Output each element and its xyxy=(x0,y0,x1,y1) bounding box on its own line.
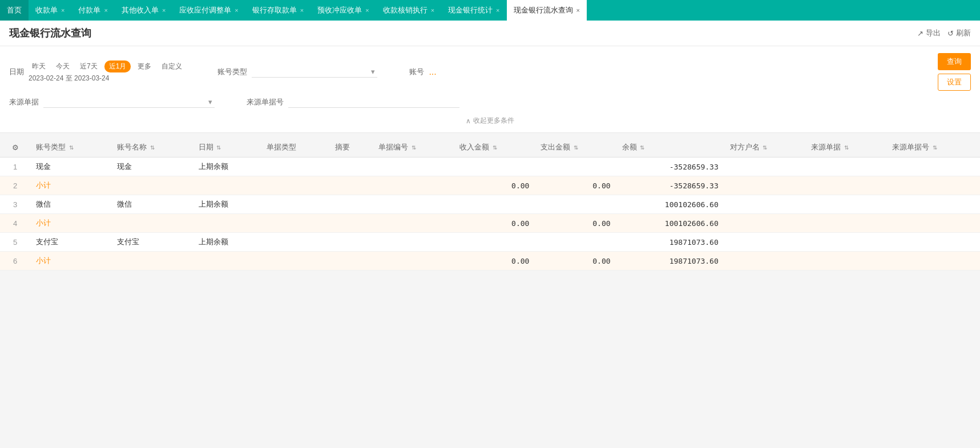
th-source-doc-no[interactable]: 来源单据号 ⇅ xyxy=(886,138,980,158)
nav-home[interactable]: 首页 xyxy=(0,0,29,21)
filter-row-1: 日期 昨天 今天 近7天 近1月 更多 自定义 2023-02-24 至 202… xyxy=(9,53,971,91)
date-btn-custom[interactable]: 自定义 xyxy=(158,60,185,72)
cell-balance: 19871073.60 xyxy=(616,252,724,271)
cell-counterparty xyxy=(724,176,805,195)
close-icon[interactable]: × xyxy=(104,7,107,14)
settings-button[interactable]: 设置 xyxy=(938,74,971,91)
table-container: ⚙ 账号类型 ⇅ 账号名称 ⇅ 日期 ⇅ 单据类型 摘要 单据编号 ⇅ 收入金额… xyxy=(0,138,980,271)
table-row: 1现金现金上期余额-3528659.33 xyxy=(0,158,980,176)
cell-balance: 100102606.60 xyxy=(616,195,724,214)
nav-tab-shoukuan[interactable]: 收款单 × xyxy=(29,0,71,21)
source-doc-no-input[interactable] xyxy=(288,96,459,108)
nav-tab-collection[interactable]: 收款核销执行 × xyxy=(376,0,441,21)
date-btn-more[interactable]: 更多 xyxy=(134,60,155,72)
page-header: 现金银行流水查询 ↗ 导出 ↺ 刷新 xyxy=(0,21,980,46)
cell-source_doc xyxy=(805,252,886,271)
nav-tab-cash-stats[interactable]: 现金银行统计 × xyxy=(441,0,506,21)
cell-source_doc_no xyxy=(886,233,980,252)
th-account-type[interactable]: 账号类型 ⇅ xyxy=(30,138,111,158)
th-gear[interactable]: ⚙ xyxy=(0,138,30,158)
nav-tab-prepaid[interactable]: 预收冲应收单 × xyxy=(310,0,376,21)
cell-counterparty xyxy=(724,252,805,271)
close-icon[interactable]: × xyxy=(431,7,434,14)
close-icon[interactable]: × xyxy=(162,7,166,14)
cell-doc_no xyxy=(373,233,454,252)
th-counterparty[interactable]: 对方户名 ⇅ xyxy=(724,138,805,158)
cell-expense: 0.00 xyxy=(535,176,616,195)
cell-date xyxy=(193,176,261,195)
close-icon[interactable]: × xyxy=(61,7,64,14)
nav-tab-fukuan[interactable]: 付款单 × xyxy=(71,0,114,21)
cell-summary xyxy=(329,214,373,233)
collapse-bar[interactable]: ∧ 收起更多条件 xyxy=(9,114,971,126)
close-icon[interactable]: × xyxy=(365,7,369,14)
source-doc-label: 来源单据 xyxy=(9,97,39,107)
cell-income: 0.00 xyxy=(454,214,535,233)
date-btn-1month[interactable]: 近1月 xyxy=(104,60,131,72)
sort-icon: ⇅ xyxy=(574,144,578,151)
cell-income xyxy=(454,158,535,176)
cell-source_doc_no xyxy=(886,214,980,233)
cell-doc_type xyxy=(261,195,329,214)
nav-tab-adjustment[interactable]: 应收应付调整单 × xyxy=(172,0,245,21)
date-btn-today[interactable]: 今天 xyxy=(53,60,73,72)
refresh-button[interactable]: ↺ 刷新 xyxy=(947,28,971,38)
cell-summary xyxy=(329,195,373,214)
cell-doc_type xyxy=(261,176,329,195)
source-doc-no-label: 来源单据号 xyxy=(247,97,284,107)
close-icon[interactable]: × xyxy=(496,7,499,14)
cell-expense xyxy=(535,158,616,176)
sort-icon: ⇅ xyxy=(69,144,74,151)
cell-account_type: 微信 xyxy=(30,195,111,214)
th-expense[interactable]: 支出金额 ⇅ xyxy=(535,138,616,158)
nav-tab-bank-deposit[interactable]: 银行存取款单 × xyxy=(245,0,310,21)
nav-tab-cash-flow[interactable]: 现金银行流水查询 × xyxy=(507,0,587,21)
source-doc-select[interactable]: ▾ xyxy=(43,96,215,108)
cell-expense: 0.00 xyxy=(535,252,616,271)
th-date[interactable]: 日期 ⇅ xyxy=(193,138,261,158)
cell-counterparty xyxy=(724,233,805,252)
top-nav: 首页 收款单 × 付款单 × 其他收入单 × 应收应付调整单 × 银行存取款单 … xyxy=(0,0,980,21)
close-icon[interactable]: × xyxy=(235,7,238,14)
th-balance[interactable]: 余额 ⇅ xyxy=(616,138,724,158)
cell-doc_type xyxy=(261,233,329,252)
cell-expense xyxy=(535,233,616,252)
row-num: 5 xyxy=(0,233,30,252)
close-icon[interactable]: × xyxy=(300,7,304,14)
account-type-select[interactable]: ▾ xyxy=(252,66,377,78)
cell-date: 上期余额 xyxy=(193,233,261,252)
account-dots[interactable]: ... xyxy=(429,67,436,77)
query-button[interactable]: 查询 xyxy=(938,53,971,70)
chevron-down-icon: ▾ xyxy=(371,67,375,76)
table-row: 6小计0.000.0019871073.60 xyxy=(0,252,980,271)
cell-summary xyxy=(329,233,373,252)
date-label: 日期 xyxy=(9,67,24,77)
sort-icon: ⇅ xyxy=(844,144,849,151)
th-account-name[interactable]: 账号名称 ⇅ xyxy=(111,138,192,158)
cell-source_doc xyxy=(805,176,886,195)
th-doc-type: 单据类型 xyxy=(261,138,329,158)
cell-account_name xyxy=(111,176,192,195)
cell-source_doc_no xyxy=(886,176,980,195)
cell-counterparty xyxy=(724,214,805,233)
action-buttons: 查询 设置 xyxy=(938,53,971,91)
gear-icon[interactable]: ⚙ xyxy=(12,143,19,152)
date-filter: 日期 昨天 今天 近7天 近1月 更多 自定义 2023-02-24 至 202… xyxy=(9,60,185,83)
cell-source_doc xyxy=(805,195,886,214)
table-row: 4小计0.000.00100102606.60 xyxy=(0,214,980,233)
export-button[interactable]: ↗ 导出 xyxy=(917,28,941,38)
th-summary: 摘要 xyxy=(329,138,373,158)
cell-doc_no xyxy=(373,252,454,271)
th-doc-no[interactable]: 单据编号 ⇅ xyxy=(373,138,454,158)
header-actions: ↗ 导出 ↺ 刷新 xyxy=(917,28,971,38)
date-btn-7days[interactable]: 近7天 xyxy=(76,60,101,72)
row-num: 1 xyxy=(0,158,30,176)
th-income[interactable]: 收入金额 ⇅ xyxy=(454,138,535,158)
th-source-doc[interactable]: 来源单据 ⇅ xyxy=(805,138,886,158)
cell-account_name xyxy=(111,252,192,271)
cell-doc_type xyxy=(261,252,329,271)
nav-tab-other-income[interactable]: 其他收入单 × xyxy=(115,0,172,21)
cell-account_type: 支付宝 xyxy=(30,233,111,252)
close-icon[interactable]: × xyxy=(576,7,580,14)
date-btn-yesterday[interactable]: 昨天 xyxy=(29,60,49,72)
